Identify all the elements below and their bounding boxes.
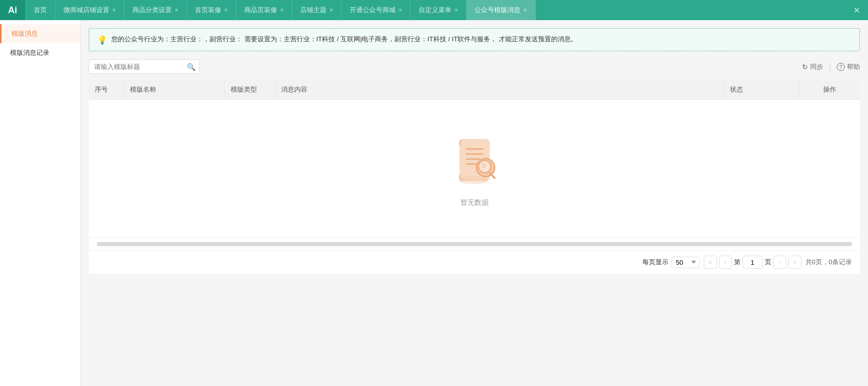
tab-home[interactable]: 首页 [26, 0, 55, 20]
last-page-button[interactable]: » [788, 256, 802, 269]
tab-shop-theme[interactable]: 店铺主题 × [292, 0, 342, 20]
prev-page-button[interactable]: ‹ [719, 256, 732, 269]
total-info: 共0页，0条记录 [806, 258, 852, 267]
sync-button[interactable]: ↻ 同步 [802, 62, 823, 71]
search-right: ↻ 同步 | ? 帮助 [802, 62, 860, 71]
empty-state: 暂无数据 [89, 100, 860, 238]
page-suffix: 页 [765, 258, 771, 267]
empty-text: 暂无数据 [460, 198, 489, 207]
empty-icon [444, 130, 505, 190]
close-tab-home-decor[interactable]: × [224, 7, 228, 13]
close-tab-custom-menu[interactable]: × [454, 7, 458, 13]
page-size-select[interactable]: 50 10 20 100 [672, 257, 700, 268]
close-tab-wechat-shop[interactable]: × [112, 7, 116, 13]
search-input[interactable] [89, 59, 199, 74]
tab-wechat-shop[interactable]: 微商城店铺设置 × [55, 0, 124, 20]
sidebar-item-template-msg[interactable]: 模版消息 [0, 24, 80, 43]
col-header-action: 操作 [799, 80, 860, 99]
col-header-seq: 序号 [89, 80, 124, 99]
close-all-button[interactable]: ✕ [845, 6, 868, 15]
help-icon: ? [837, 63, 845, 71]
notice-icon: 💡 [97, 35, 107, 45]
close-tab-product-decor[interactable]: × [280, 7, 284, 13]
help-button[interactable]: ? 帮助 [837, 62, 860, 71]
page-label: 第 [734, 258, 741, 267]
tab-product-decor[interactable]: 商品页装修 × [236, 0, 292, 20]
sidebar: 模版消息 模版消息记录 [0, 20, 81, 386]
search-bar: 🔍 ↻ 同步 | ? 帮助 [89, 59, 860, 74]
notice-text: 您的公众号行业为：主营行业：，副营行业： 需要设置为：主营行业：IT科技 / 互… [111, 35, 577, 44]
tab-custom-menu[interactable]: 自定义菜单 × [411, 0, 466, 20]
search-button[interactable]: 🔍 [187, 63, 195, 71]
tab-bar: Ai 首页 微商城店铺设置 × 商品分类设置 × 首页装修 × 商品页装修 × … [0, 0, 868, 20]
sidebar-item-template-record[interactable]: 模版消息记录 [0, 43, 80, 62]
fake-scrollbar[interactable] [97, 242, 852, 246]
first-page-button[interactable]: « [704, 256, 717, 269]
current-page-input[interactable] [743, 256, 763, 269]
content-area: 💡 您的公众号行业为：主营行业：，副营行业： 需要设置为：主营行业：IT科技 /… [81, 20, 868, 386]
notice-box: 💡 您的公众号行业为：主营行业：，副营行业： 需要设置为：主营行业：IT科技 /… [89, 28, 860, 51]
tab-product-category[interactable]: 商品分类设置 × [124, 0, 187, 20]
svg-point-8 [481, 163, 486, 168]
table-header: 序号 模版名称 模版类型 消息内容 状态 操作 [89, 80, 860, 100]
divider: | [829, 63, 831, 70]
page-size-label: 每页显示 [642, 258, 669, 267]
page-size-wrap: 每页显示 50 10 20 100 [642, 257, 700, 268]
search-input-wrap: 🔍 [89, 59, 199, 74]
scroll-area [89, 238, 860, 250]
tab-open-wechat[interactable]: 开通公众号商城 × [342, 0, 411, 20]
sync-icon: ↻ [802, 63, 808, 71]
page-nav: « ‹ 第 页 › » [704, 256, 802, 269]
col-header-type: 模版类型 [225, 80, 275, 99]
main-layout: 模版消息 模版消息记录 💡 您的公众号行业为：主营行业：，副营行业： 需要设置为… [0, 20, 868, 386]
pagination: 每页显示 50 10 20 100 « ‹ 第 [89, 250, 860, 274]
close-tab-template-msg[interactable]: × [523, 7, 527, 13]
col-header-content: 消息内容 [275, 80, 724, 99]
tab-template-msg[interactable]: 公众号模版消息 × [466, 0, 536, 20]
close-tab-shop-theme[interactable]: × [329, 7, 333, 13]
app-logo: Ai [0, 0, 26, 20]
close-tab-open-wechat[interactable]: × [398, 7, 402, 13]
table: 序号 模版名称 模版类型 消息内容 状态 操作 [89, 80, 860, 274]
search-left: 🔍 [89, 59, 199, 74]
col-header-name: 模版名称 [124, 80, 225, 99]
col-header-status: 状态 [724, 80, 799, 99]
close-tab-product-category[interactable]: × [175, 7, 178, 13]
next-page-button[interactable]: › [773, 256, 786, 269]
tab-home-decor[interactable]: 首页装修 × [187, 0, 236, 20]
